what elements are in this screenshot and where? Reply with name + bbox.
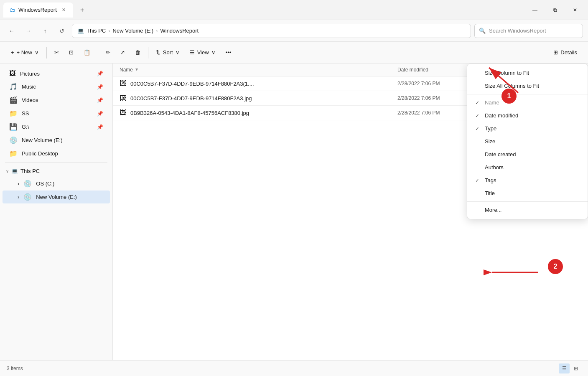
grid-view-icon: ⊞ <box>574 366 578 371</box>
list-view-icon: ☰ <box>562 366 567 371</box>
search-placeholder: Search WindowsReport <box>489 28 546 34</box>
annotation-circle-1: 1 <box>501 89 517 104</box>
share-button[interactable]: ↗ <box>116 47 129 58</box>
check-icon-type: ✓ <box>474 126 481 132</box>
videos-label: Videos <box>22 97 38 103</box>
details-button[interactable]: ⊞ Details <box>549 47 581 58</box>
list-view-button[interactable]: ☰ <box>559 363 570 373</box>
forward-icon: → <box>25 28 31 34</box>
sep1: › <box>108 28 110 34</box>
menu-item-more[interactable]: More... <box>467 203 588 216</box>
address-bar[interactable]: 💻 This PC › New Volume (E:) › WindowsRep… <box>72 24 471 38</box>
tabs-area: 🗂 WindowsReport ✕ + <box>3 3 525 18</box>
pictures-label: Pictures <box>20 71 40 77</box>
menu-item-label-more: More... <box>485 207 501 213</box>
delete-button[interactable]: 🗑 <box>131 47 145 58</box>
column-name[interactable]: Name ▲ <box>120 67 397 73</box>
sidebar-item-os-c[interactable]: › 💿 OS (C:) <box>3 177 110 190</box>
sidebar-item-ss[interactable]: 📁 SS 📌 <box>3 107 110 120</box>
sidebar-item-pictures[interactable]: 🖼 Pictures 📌 <box>3 67 110 80</box>
refresh-button[interactable]: ↺ <box>55 24 69 38</box>
new-label: + New <box>17 49 32 56</box>
search-bar[interactable]: 🔍 Search WindowsReport <box>474 24 583 38</box>
menu-item-label-size: Size <box>485 138 495 145</box>
copy-button[interactable]: ⊡ <box>65 47 78 58</box>
maximize-button[interactable]: ⧉ <box>545 3 565 17</box>
minimize-button[interactable]: — <box>525 3 545 17</box>
menu-item-type[interactable]: ✓ Type <box>467 122 588 135</box>
details-label: Details <box>560 49 577 56</box>
tab-close-button[interactable]: ✕ <box>60 6 67 13</box>
menu-item-tags[interactable]: ✓ Tags <box>467 174 588 187</box>
menu-item-date-modified[interactable]: ✓ Date modified <box>467 109 588 122</box>
new-volume-e-label: New Volume (E:) <box>36 194 77 200</box>
videos-icon: 🎬 <box>9 96 18 104</box>
sidebar-item-this-pc[interactable]: ∨ 💻 This PC <box>3 165 110 177</box>
details-icon: ⊞ <box>553 49 558 56</box>
new-button[interactable]: + + New ∨ <box>7 47 43 58</box>
sidebar-item-new-volume-pin[interactable]: 💿 New Volume (E:) <box>3 134 110 147</box>
check-icon-date: ✓ <box>474 113 481 119</box>
active-tab[interactable]: 🗂 WindowsReport ✕ <box>3 3 73 18</box>
grid-view-button[interactable]: ⊞ <box>570 363 581 373</box>
menu-item-date-created[interactable]: Date created <box>467 148 588 161</box>
menu-item-name[interactable]: ✓ Name <box>467 96 588 109</box>
status-count: 3 items <box>7 366 23 371</box>
public-desktop-label: Public Desktop <box>22 150 58 157</box>
column-date-label: Date modified <box>397 67 428 73</box>
annotation-arrow-2 <box>484 264 542 289</box>
share-icon: ↗ <box>120 49 125 56</box>
search-icon: 🔍 <box>479 28 486 34</box>
chevron-right-icon-vol: › <box>18 194 19 200</box>
file-icon-0: 🖼 <box>120 80 126 87</box>
menu-item-label-title: Title <box>485 190 495 196</box>
close-button[interactable]: ✕ <box>565 3 585 17</box>
file-name-text-2: 0B9B326A-0543-4DA1-8AF8-45756ACF8380.jpg <box>130 110 249 116</box>
sidebar-item-g-drive[interactable]: 💾 G:\ 📌 <box>3 120 110 133</box>
rename-button[interactable]: ✏ <box>102 47 115 58</box>
title-bar: 🗂 WindowsReport ✕ + — ⧉ ✕ <box>0 0 588 20</box>
pictures-icon: 🖼 <box>9 70 16 77</box>
up-button[interactable]: ↑ <box>38 24 52 38</box>
new-tab-button[interactable]: + <box>76 4 88 16</box>
sort-indicator: ▲ <box>135 68 139 72</box>
chevron-right-icon-os: › <box>18 180 19 187</box>
refresh-icon: ↺ <box>59 28 64 34</box>
separator-2 <box>98 47 98 58</box>
os-c-icon: 💿 <box>23 180 32 188</box>
menu-item-size[interactable]: Size <box>467 135 588 148</box>
paste-button[interactable]: 📋 <box>79 47 94 58</box>
music-label: Music <box>22 84 36 90</box>
menu-item-title[interactable]: Title <box>467 187 588 200</box>
volume-label: New Volume (E:) <box>113 28 154 34</box>
ss-icon: 📁 <box>9 109 18 117</box>
pin-icon-ss: 📌 <box>97 111 103 117</box>
folder-label: WindowsReport <box>160 28 199 34</box>
tab-title: WindowsReport <box>18 7 57 13</box>
menu-item-label-date: Date modified <box>485 112 518 119</box>
music-icon: 🎵 <box>9 83 18 91</box>
menu-item-label-type: Type <box>485 125 496 132</box>
separator-3 <box>148 47 148 58</box>
back-button[interactable]: ← <box>5 24 18 38</box>
tab-folder-icon: 🗂 <box>9 7 15 13</box>
sidebar-item-new-volume-e[interactable]: › 💿 New Volume (E:) <box>3 191 110 203</box>
cut-icon: ✂ <box>54 49 59 56</box>
cut-button[interactable]: ✂ <box>50 47 63 58</box>
menu-item-label-datecreated: Date created <box>485 151 516 158</box>
sep2: › <box>156 28 158 34</box>
sidebar-item-videos[interactable]: 🎬 Videos 📌 <box>3 94 110 107</box>
toolbar: + + New ∨ ✂ ⊡ 📋 ✏ ↗ 🗑 ⇅ Sort ∨ ☰ View ∨ … <box>0 42 588 64</box>
menu-item-label-name: Name <box>485 99 499 106</box>
sidebar-item-music[interactable]: 🎵 Music 📌 <box>3 80 110 93</box>
sidebar-item-public-desktop[interactable]: 📁 Public Desktop <box>3 147 110 160</box>
sort-button[interactable]: ⇅ Sort ∨ <box>152 47 184 58</box>
menu-item-authors[interactable]: Authors <box>467 161 588 174</box>
file-name-1: 🖼 00C0C5B7-F37D-4DD7-9EDB-9714F880F2A3.j… <box>120 94 397 102</box>
new-dropdown-icon: ∨ <box>35 49 39 56</box>
view-button[interactable]: ☰ View ∨ <box>186 47 220 58</box>
check-icon-name: ✓ <box>474 100 481 106</box>
more-button[interactable]: ••• <box>221 47 236 58</box>
forward-button[interactable]: → <box>22 24 35 38</box>
menu-divider-2 <box>467 201 588 202</box>
